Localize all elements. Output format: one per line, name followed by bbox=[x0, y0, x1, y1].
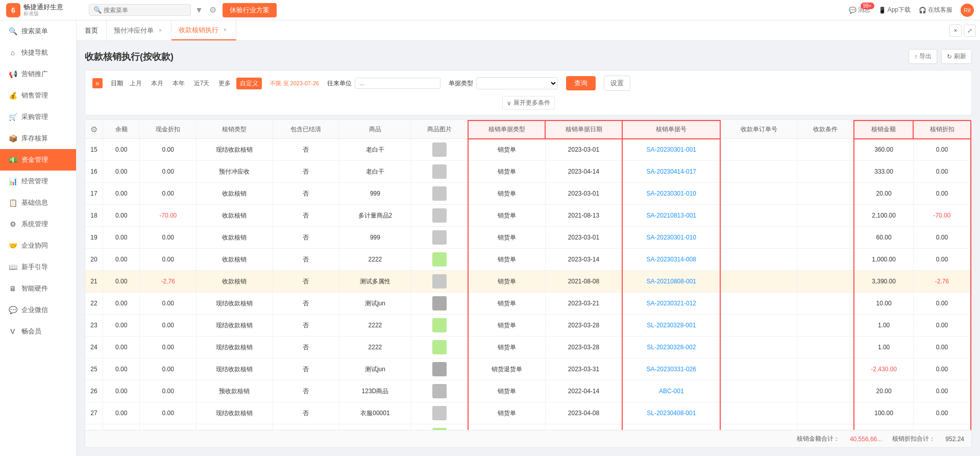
cell-included: 否 bbox=[273, 271, 339, 293]
cell-bill-date: 2023-03-28 bbox=[545, 337, 622, 358]
cell-bill-date: 2023-03-01 bbox=[545, 227, 622, 249]
sidebar-item-wechat[interactable]: 💬企业微信 bbox=[0, 299, 76, 321]
search-input[interactable] bbox=[104, 7, 175, 14]
sidebar-item-basic[interactable]: 📋基础信息 bbox=[0, 192, 76, 213]
cell-goods: 测试jun bbox=[339, 358, 411, 380]
sidebar-item-search[interactable]: 🔍搜索菜单 bbox=[0, 20, 76, 42]
message-icon: 💬 bbox=[849, 7, 856, 14]
cell-type: 现结收款核销 bbox=[197, 358, 273, 380]
sidebar-label-guide: 新手引导 bbox=[21, 262, 48, 272]
date-this-month[interactable]: 本月 bbox=[148, 78, 167, 89]
cell-bill-type: 销货退货单 bbox=[468, 358, 545, 380]
cell-bill-type: 销货单 bbox=[468, 337, 545, 358]
sidebar-item-finance[interactable]: 💵资金管理 bbox=[0, 149, 76, 171]
cell-included: 否 bbox=[273, 139, 339, 161]
gear-icon[interactable]: ⚙ bbox=[90, 125, 97, 134]
page-content: 收款核销执行(按收款) ↑ 导出 ↻ 刷新 » 日期 bbox=[77, 41, 980, 456]
setting-button[interactable]: 设置 bbox=[604, 76, 630, 91]
cell-cond bbox=[797, 183, 854, 205]
sidebar-item-guide[interactable]: 📖新手引导 bbox=[0, 256, 76, 278]
app-download-button[interactable]: 📱 App下载 bbox=[878, 6, 911, 14]
basic-icon: 📋 bbox=[8, 198, 17, 207]
date-custom[interactable]: 自定义 bbox=[236, 78, 262, 89]
filter-row: » 日期 上月 本月 本年 近7天 更多 自定义 不限 至 202 bbox=[92, 76, 964, 91]
industry-button[interactable]: 休验行业方案 bbox=[223, 3, 277, 17]
sidebar-item-shortcuts[interactable]: ⌂快捷导航 bbox=[0, 42, 76, 63]
sidebar-item-company[interactable]: 🤝企业协同 bbox=[0, 235, 76, 256]
guide-icon: 📖 bbox=[8, 262, 17, 272]
cell-bill-date: 2023-03-14 bbox=[545, 249, 622, 271]
sidebar-item-system[interactable]: ⚙系统管理 bbox=[0, 213, 76, 235]
query-button[interactable]: 查询 bbox=[566, 76, 596, 90]
filter-toggle[interactable]: » bbox=[92, 78, 103, 88]
refresh-button[interactable]: ↻ 刷新 bbox=[941, 49, 972, 64]
tab-prepay[interactable]: 预付冲应付单 × bbox=[107, 20, 172, 40]
cell-amount: 333.00 bbox=[854, 161, 913, 183]
service-button[interactable]: 🎧 在线客服 bbox=[919, 6, 952, 14]
th-goods: 商品 bbox=[339, 121, 411, 139]
bill-no-link[interactable]: SL-20230328-002 bbox=[647, 344, 696, 351]
cell-cash-discount: 0.00 bbox=[140, 293, 197, 315]
cell-discount: 0.00 bbox=[913, 139, 971, 161]
footer-amount-value: 40,556,66... bbox=[850, 436, 882, 443]
cell-bill-date: 2023-04-14 bbox=[545, 161, 622, 183]
bill-no-link[interactable]: SA-20210813-001 bbox=[647, 212, 696, 219]
cell-bill-no: SA-20230321-012 bbox=[622, 293, 720, 315]
sidebar-item-member[interactable]: V畅会员 bbox=[0, 321, 76, 342]
from-unit-input[interactable] bbox=[355, 78, 440, 89]
sidebar-item-sales[interactable]: 💰销售管理 bbox=[0, 85, 76, 106]
sidebar-item-marketing[interactable]: 📢营销推广 bbox=[0, 63, 76, 85]
tab-receivable[interactable]: 收款核销执行 × bbox=[172, 20, 236, 40]
cell-cash-discount: -70.00 bbox=[140, 205, 197, 227]
dropdown-icon[interactable]: ▼ bbox=[195, 6, 203, 15]
avatar[interactable]: Rit bbox=[961, 4, 974, 17]
sidebar-item-inventory[interactable]: 📦库存核算 bbox=[0, 128, 76, 149]
tab-prepay-close[interactable]: × bbox=[157, 27, 164, 34]
bill-no-link[interactable]: SA-20230301-001 bbox=[647, 146, 696, 153]
tab-expand-action[interactable]: ⤢ bbox=[964, 25, 976, 37]
bill-no-link[interactable]: SA-20230331-026 bbox=[647, 366, 696, 373]
message-button[interactable]: 💬 消息 99+ bbox=[849, 6, 870, 14]
sidebar-label-finance: 资金管理 bbox=[21, 155, 48, 164]
settings-icon[interactable]: ⚙ bbox=[207, 3, 218, 17]
sidebar-label-purchase: 采购管理 bbox=[21, 112, 48, 122]
bill-no-link[interactable]: SA-20230314-008 bbox=[647, 256, 696, 263]
bill-no-link[interactable]: SA-20210808-001 bbox=[647, 278, 696, 285]
expand-button[interactable]: ∨ 展开更多条件 bbox=[502, 96, 555, 110]
table-wrapper[interactable]: ⚙ 余额 现金折扣 核销类型 包含已结清 商品 商品图片 核销单据类型 核销单据… bbox=[85, 120, 971, 430]
cell-cond bbox=[797, 139, 854, 161]
bill-no-link[interactable]: SL-20230408-001 bbox=[647, 410, 696, 417]
sidebar-item-hardware[interactable]: 🖥智能硬件 bbox=[0, 278, 76, 299]
bill-no-link[interactable]: ABC-001 bbox=[659, 388, 684, 395]
bill-type-select[interactable] bbox=[476, 77, 558, 89]
bill-no-link[interactable]: SA-20230414-017 bbox=[647, 168, 696, 175]
cell-order-no bbox=[720, 227, 797, 249]
bill-type-filter: 单据类型 bbox=[449, 77, 558, 89]
cell-goods: 多计量商品2 bbox=[339, 205, 411, 227]
export-button[interactable]: ↑ 导出 bbox=[909, 49, 937, 64]
th-cond: 收款条件 bbox=[797, 121, 854, 139]
cell-type: 收款核销 bbox=[197, 227, 273, 249]
bill-no-link[interactable]: SL-20230328-001 bbox=[647, 322, 696, 329]
sidebar-item-purchase[interactable]: 🛒采购管理 bbox=[0, 106, 76, 128]
date-more[interactable]: 更多 bbox=[215, 78, 234, 89]
table-row: 15 0.00 0.00 现结收款核销 否 老白干 销货单 2023-03-01… bbox=[85, 139, 971, 161]
sidebar-item-operations[interactable]: 📊经营管理 bbox=[0, 171, 76, 192]
tab-close-action[interactable]: × bbox=[949, 25, 962, 37]
date-7days[interactable]: 近7天 bbox=[190, 78, 213, 89]
marketing-icon: 📢 bbox=[8, 69, 17, 79]
top-bar: 6 畅捷通好生意 标准版 🔍 ▼ ⚙ 休验行业方案 💬 消息 99+ 📱 App… bbox=[0, 0, 980, 20]
date-last-month[interactable]: 上月 bbox=[126, 78, 145, 89]
tab-receivable-close[interactable]: × bbox=[222, 27, 229, 34]
bill-no-link[interactable]: SA-20230301-010 bbox=[647, 234, 696, 241]
date-this-year[interactable]: 本年 bbox=[169, 78, 188, 89]
from-unit-filter: 往来单位 bbox=[327, 78, 440, 89]
tab-home[interactable]: 首页 bbox=[77, 20, 107, 40]
cell-img bbox=[411, 227, 468, 249]
bill-no-link[interactable]: SA-20230301-010 bbox=[647, 190, 696, 197]
bill-no-link[interactable]: SA-20230321-012 bbox=[647, 300, 696, 307]
th-settings: ⚙ bbox=[85, 121, 103, 139]
cell-bill-no: SL-20230418-001 bbox=[622, 424, 720, 430]
cell-amount: 100.00 bbox=[854, 402, 913, 424]
search-bar[interactable]: 🔍 bbox=[89, 4, 191, 16]
